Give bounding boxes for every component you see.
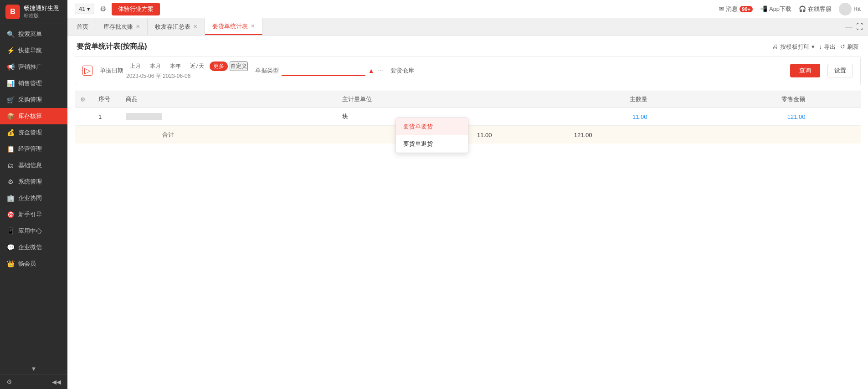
sidebar-logo: B 畅捷通好生意 标准版: [0, 0, 67, 24]
col-no: 序号: [93, 91, 120, 108]
message-badge: 99+: [740, 6, 753, 12]
app-center-icon: 📱: [6, 227, 15, 235]
type-more-icon[interactable]: ···: [377, 67, 383, 75]
sidebar-item-guide[interactable]: 🎯 新手引导: [0, 206, 67, 223]
export-button[interactable]: ↓ 导出: [819, 43, 836, 51]
finance-icon: 💰: [6, 129, 15, 136]
refresh-icon: ↺: [840, 43, 845, 50]
trial-button[interactable]: 体验行业方案: [112, 3, 160, 15]
dropdown-item-order-return[interactable]: 要货单退货: [396, 135, 468, 153]
sidebar-item-finance[interactable]: 💰 资金管理: [0, 124, 67, 141]
print-template-button[interactable]: 🖨 按模板打印 ▾: [772, 43, 815, 51]
filter-warehouse-group: 要货仓库: [390, 67, 414, 75]
tab-close-order-stats[interactable]: ✕: [251, 23, 255, 29]
query-button[interactable]: 查询: [790, 64, 820, 77]
store-selector[interactable]: 41 ▾: [75, 4, 94, 14]
search-icon: 🔍: [6, 31, 15, 38]
sidebar-item-wechat[interactable]: 💬 企业微信: [0, 239, 67, 256]
app-download-icon: 📲: [760, 5, 767, 12]
col-product: 商品: [120, 91, 337, 108]
user-avatar-button[interactable]: Rit: [839, 3, 861, 15]
tab-actions: — ⛶: [841, 18, 868, 35]
sidebar-item-system[interactable]: ⚙ 系统管理: [0, 174, 67, 190]
table-settings-icon[interactable]: ⚙: [80, 96, 86, 103]
app-download-button[interactable]: 📲 App下载: [760, 5, 791, 13]
filter-bar: ▷ 单据日期 上月 本月 本年 近7天 更多 自定义 2023-05-06 至 …: [75, 56, 861, 85]
settings-footer-icon[interactable]: ⚙: [6, 378, 12, 385]
top-header: 41 ▾ ⚙ 体验行业方案 ✉ 消息 99+ 📲 App下载 🎧 在线客服 R: [67, 0, 868, 18]
wechat-icon: 💬: [6, 244, 15, 251]
main-content: 41 ▾ ⚙ 体验行业方案 ✉ 消息 99+ 📲 App下载 🎧 在线客服 R: [67, 0, 868, 389]
type-input[interactable]: [282, 66, 365, 76]
online-service-button[interactable]: 🎧 在线客服: [799, 5, 832, 13]
date-btn-more[interactable]: 更多: [210, 61, 228, 71]
guide-icon: 🎯: [6, 211, 15, 218]
row-quantity-cell[interactable]: 11.00: [522, 108, 653, 126]
date-btn-last-month[interactable]: 上月: [126, 61, 144, 72]
messages-button[interactable]: ✉ 消息 99+: [719, 5, 753, 13]
date-btn-this-year[interactable]: 本年: [166, 61, 185, 72]
tab-expand-icon[interactable]: ⛶: [856, 23, 863, 31]
header-right: ✉ 消息 99+ 📲 App下载 🎧 在线客服 Rit: [719, 3, 861, 15]
col-quantity: 主数量: [522, 91, 653, 108]
basic-info-icon: 🗂: [6, 162, 15, 169]
sidebar-item-app-center[interactable]: 📱 应用中心: [0, 223, 67, 239]
sidebar-item-search[interactable]: 🔍 搜索菜单: [0, 26, 67, 42]
row-amount-cell[interactable]: 121.00: [653, 108, 811, 126]
warehouse-label: 要货仓库: [390, 67, 414, 75]
table-header-row: ⚙ 序号 商品 主计量单位 主数量 零售金额: [75, 91, 861, 108]
tab-minimize-icon[interactable]: —: [845, 23, 853, 31]
print-dropdown-icon: ▾: [812, 43, 815, 50]
col-settings: ⚙: [75, 91, 93, 108]
sidebar-item-purchase[interactable]: 🛒 采购管理: [0, 92, 67, 108]
tab-receivable-summary[interactable]: 收发存汇总表 ✕: [148, 18, 205, 35]
service-icon: 🎧: [799, 5, 806, 12]
tab-close-inventory-batch[interactable]: ✕: [136, 24, 140, 30]
total-amount: 121.00: [538, 132, 592, 138]
date-btn-last-7-days[interactable]: 近7天: [186, 61, 208, 72]
set-button[interactable]: 设置: [827, 64, 853, 77]
sidebar-item-sales[interactable]: 📊 销售管理: [0, 75, 67, 92]
header-left: 41 ▾ ⚙ 体验行业方案: [75, 3, 160, 15]
refresh-button[interactable]: ↺ 刷新: [840, 43, 859, 51]
sidebar-item-quick-nav[interactable]: ⚡ 快捷导航: [0, 42, 67, 59]
type-dropdown-icon[interactable]: ▲: [368, 67, 375, 74]
header-gear-icon[interactable]: ⚙: [100, 5, 106, 13]
sidebar-footer: ⚙ ◀◀: [0, 374, 67, 389]
logo-name: 畅捷通好生意: [24, 5, 59, 12]
date-label: 单据日期: [100, 67, 123, 75]
message-icon: ✉: [719, 5, 724, 12]
row-extra-cell: [811, 108, 861, 126]
sidebar-scroll-down[interactable]: ▼: [0, 363, 67, 374]
sidebar-item-operations[interactable]: 📋 经营管理: [0, 141, 67, 157]
user-name: Rit: [853, 5, 861, 12]
tab-bar: 首页 库存批次账 ✕ 收发存汇总表 ✕ 要货单统计表 ✕ — ⛶: [67, 18, 868, 36]
sidebar-item-basic-info[interactable]: 🗂 基础信息: [0, 157, 67, 174]
page-header: 要货单统计表(按商品) 🖨 按模板打印 ▾ ↓ 导出 ↺ 刷新: [67, 36, 868, 56]
sidebar-item-members[interactable]: 👑 畅会员: [0, 256, 67, 272]
sidebar-item-inventory[interactable]: 📦 库存核算: [0, 108, 67, 124]
filter-type-group: 单据类型 ▲ ···: [255, 66, 383, 76]
col-extra: [811, 91, 861, 108]
marketing-icon: 📢: [6, 63, 15, 71]
sidebar: B 畅捷通好生意 标准版 🔍 搜索菜单 ⚡ 快捷导航 📢 营销推广 📊 销售管理…: [0, 0, 67, 389]
date-btn-this-month[interactable]: 本月: [146, 61, 164, 72]
store-name: 41: [79, 5, 85, 12]
export-icon: ↓: [819, 43, 822, 50]
tab-order-stats[interactable]: 要货单统计表 ✕: [205, 18, 262, 35]
filter-date-group: 单据日期 上月 本月 本年 近7天 更多 自定义 2023-05-06 至 20…: [100, 61, 248, 80]
dropdown-item-order-goods[interactable]: 要货单要货: [396, 118, 468, 135]
collapse-sidebar-button[interactable]: ◀◀: [52, 379, 61, 385]
tab-inventory-batch[interactable]: 库存批次账 ✕: [96, 18, 148, 35]
tab-close-receivable-summary[interactable]: ✕: [193, 24, 197, 30]
filter-expand-button[interactable]: ▷: [82, 66, 92, 76]
system-icon: ⚙: [6, 178, 15, 185]
sidebar-item-enterprise[interactable]: 🏢 企业协同: [0, 190, 67, 206]
tab-home[interactable]: 首页: [67, 18, 96, 35]
date-btn-custom[interactable]: 自定义: [230, 61, 248, 71]
sidebar-item-marketing[interactable]: 📢 营销推广: [0, 59, 67, 75]
sidebar-nav: 🔍 搜索菜单 ⚡ 快捷导航 📢 营销推广 📊 销售管理 🛒 采购管理 📦 库存核…: [0, 24, 67, 363]
purchase-icon: 🛒: [6, 96, 15, 103]
page-content: 要货单统计表(按商品) 🖨 按模板打印 ▾ ↓ 导出 ↺ 刷新 ▷: [67, 36, 868, 389]
store-dropdown-icon: ▾: [87, 5, 90, 12]
